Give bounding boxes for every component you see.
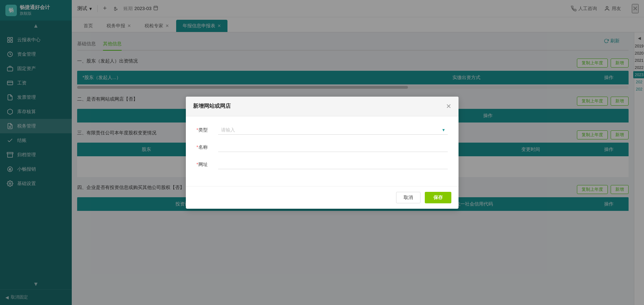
- dialog-body: *类型 ▾ *名称 *网址: [186, 116, 459, 186]
- dialog-footer: 取消 保存: [186, 186, 459, 209]
- save-button[interactable]: 保存: [425, 192, 451, 203]
- form-field-type: *类型 ▾: [197, 125, 448, 135]
- name-label: *名称: [197, 144, 218, 151]
- name-input[interactable]: [218, 143, 448, 152]
- url-input[interactable]: [218, 160, 448, 169]
- form-field-url: *网址: [197, 160, 448, 169]
- add-website-dialog: 新增网站或网店 ✕ *类型 ▾ *名称 *网址: [186, 97, 459, 209]
- type-label: *类型: [197, 127, 218, 133]
- dialog-overlay: 新增网站或网店 ✕ *类型 ▾ *名称 *网址: [0, 0, 644, 305]
- type-input[interactable]: [218, 125, 439, 134]
- form-field-name: *名称: [197, 143, 448, 152]
- dialog-title: 新增网站或网店: [193, 103, 231, 110]
- dropdown-arrow-icon: ▾: [439, 127, 448, 133]
- dialog-header: 新增网站或网店 ✕: [186, 97, 459, 116]
- cancel-button[interactable]: 取消: [396, 192, 420, 203]
- url-label: *网址: [197, 161, 218, 168]
- dialog-close-button[interactable]: ✕: [446, 102, 451, 110]
- type-select-wrapper[interactable]: ▾: [218, 125, 448, 135]
